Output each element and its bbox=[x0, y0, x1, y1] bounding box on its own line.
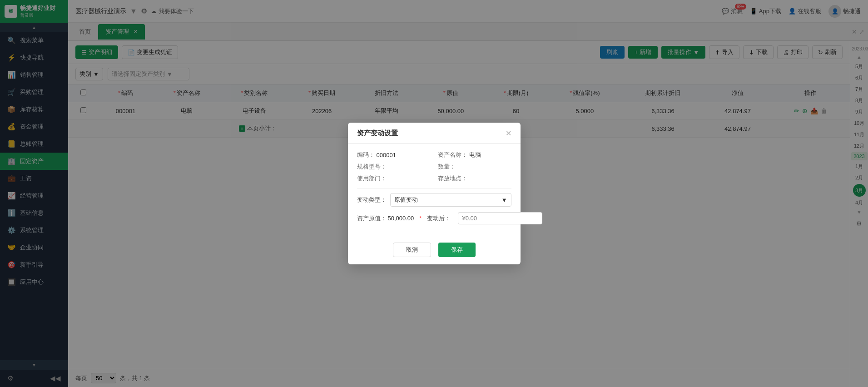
modal-header: 资产变动设置 ✕ bbox=[348, 123, 521, 144]
modal-required-star: * bbox=[419, 215, 422, 222]
modal-asset-name-label: 资产名称： bbox=[438, 151, 467, 159]
modal-value-row: 资产原值： 50,000.00 * 变动后： bbox=[357, 212, 511, 224]
modal-title: 资产变动设置 bbox=[357, 129, 398, 138]
modal-location-label: 存放地点： bbox=[438, 174, 467, 183]
modal-cancel-btn[interactable]: 取消 bbox=[393, 243, 431, 257]
asset-change-modal: 资产变动设置 ✕ 编码： 000001 资产名称： 电脑 规格型号： 数量： bbox=[348, 123, 521, 264]
modal-change-type-dropdown-icon: ▼ bbox=[501, 197, 507, 203]
modal-original-value-display: 50,000.00 bbox=[388, 215, 414, 222]
modal-quantity-label: 数量： bbox=[438, 163, 456, 171]
modal-change-type-label: 变动类型： bbox=[357, 196, 387, 204]
modal-close-btn[interactable]: ✕ bbox=[506, 129, 511, 138]
modal-spec-item: 规格型号： bbox=[357, 163, 431, 171]
modal-change-type-value: 原值变动 bbox=[394, 196, 418, 204]
modal-after-value-input[interactable] bbox=[458, 212, 542, 224]
modal-after-value-label: 变动后： bbox=[427, 214, 454, 223]
modal-asset-name-item: 资产名称： 电脑 bbox=[438, 151, 511, 159]
modal-spec-label: 规格型号： bbox=[357, 163, 387, 171]
modal-code-label: 编码： bbox=[357, 151, 375, 159]
modal-footer: 取消 保存 bbox=[348, 237, 521, 264]
modal-original-value-label: 资产原值： bbox=[357, 214, 384, 223]
modal-code-item: 编码： 000001 bbox=[357, 151, 431, 159]
modal-info-grid: 编码： 000001 资产名称： 电脑 规格型号： 数量： 使用部门： bbox=[357, 151, 511, 183]
modal-change-type-row: 变动类型： 原值变动 ▼ bbox=[357, 193, 511, 207]
modal-body: 编码： 000001 资产名称： 电脑 规格型号： 数量： 使用部门： bbox=[348, 144, 521, 237]
modal-asset-name-value: 电脑 bbox=[469, 151, 481, 159]
modal-change-type-select[interactable]: 原值变动 ▼ bbox=[390, 193, 511, 207]
modal-department-label: 使用部门： bbox=[357, 174, 387, 183]
modal-code-value: 000001 bbox=[377, 152, 396, 159]
modal-quantity-item: 数量： bbox=[438, 163, 511, 171]
modal-department-item: 使用部门： bbox=[357, 174, 431, 183]
modal-location-item: 存放地点： bbox=[438, 174, 511, 183]
modal-overlay: 资产变动设置 ✕ 编码： 000001 资产名称： 电脑 规格型号： 数量： bbox=[0, 0, 868, 387]
modal-divider bbox=[357, 188, 511, 189]
modal-save-btn[interactable]: 保存 bbox=[438, 243, 476, 257]
